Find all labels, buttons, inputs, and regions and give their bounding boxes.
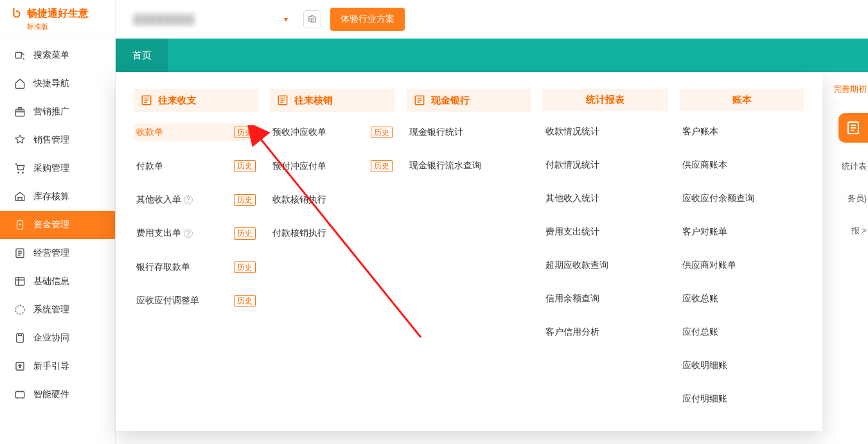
mega-col-header: 账本	[680, 89, 804, 111]
mega-item[interactable]: 应收总账	[680, 290, 804, 308]
mega-item[interactable]: 其他收入单 ?历史	[134, 191, 258, 209]
mega-item[interactable]: 应付明细账	[680, 390, 804, 408]
brand-mark-icon	[9, 6, 23, 21]
svg-point-8	[311, 18, 314, 21]
mega-item[interactable]: 其他收入统计	[543, 190, 668, 208]
mega-item[interactable]: 现金银行流水查询	[407, 157, 531, 175]
cta-button[interactable]: 体验行业方案	[330, 8, 405, 31]
history-tag[interactable]: 历史	[234, 227, 256, 239]
mega-item[interactable]: 应收应付调整单历史	[134, 292, 258, 310]
mega-item-label: 客户账本	[682, 126, 718, 138]
mega-item[interactable]: 付款单历史	[134, 157, 258, 175]
history-tag[interactable]: 历史	[371, 160, 393, 172]
sidebar-item-4[interactable]: 采购管理	[0, 154, 115, 182]
receipt-icon	[276, 94, 289, 107]
mega-item-label: 客户对账单	[682, 226, 727, 238]
sidebar-item-7[interactable]: 经营管理	[0, 239, 115, 267]
right-rail-text-2: 统计表	[840, 158, 868, 175]
mega-item-label: 超期应收款查询	[545, 260, 608, 271]
history-tag[interactable]: 历史	[234, 127, 256, 138]
mega-item[interactable]: 超期应收款查询	[543, 256, 668, 274]
sidebar-item-11[interactable]: 新手引导	[0, 352, 115, 380]
mega-item[interactable]: 应收明细账	[680, 357, 804, 375]
svg-rect-6	[16, 362, 24, 370]
sidebar-item-12[interactable]: 智能硬件	[0, 380, 115, 409]
sidebar-item-icon	[14, 304, 26, 315]
mega-col-items: 客户账本供应商账本应收应付余额查询客户对账单供应商对账单应收总账应付总账应收明细…	[680, 123, 804, 408]
mega-item[interactable]: 应收应付余额查询	[680, 190, 804, 208]
mega-col-header: 往来核销	[270, 89, 394, 112]
sidebar-item-8[interactable]: 基础信息	[0, 267, 115, 296]
history-tag[interactable]: 历史	[234, 160, 256, 172]
org-name: ████████	[134, 14, 195, 24]
mega-item[interactable]: 预付冲应付单历史	[270, 157, 394, 175]
mega-col-wanglai-hexiao: 往来核销预收冲应收单历史预付冲应付单历史收款核销执行付款核销执行	[270, 89, 394, 408]
mega-item[interactable]: 应付总账	[680, 323, 804, 341]
org-select[interactable]: ████████ ▾	[127, 10, 294, 28]
sidebar-item-icon	[14, 360, 26, 372]
mega-col-header: 统计报表	[543, 89, 668, 111]
mega-item[interactable]: 费用支出统计	[543, 223, 668, 241]
mega-col-title: 往来核销	[294, 94, 333, 107]
right-rail-link-1[interactable]: 完善期初	[832, 81, 868, 98]
mega-item[interactable]: 客户对账单	[680, 223, 804, 241]
svg-rect-5	[17, 333, 24, 342]
mega-item[interactable]: 银行存取款单历史	[134, 258, 258, 276]
mega-item[interactable]: 供应商对账单	[680, 256, 804, 274]
mega-item[interactable]: 付款核销执行	[270, 224, 394, 242]
mega-item[interactable]: 客户信用分析	[543, 323, 668, 341]
mega-item-label: 信用余额查询	[545, 293, 599, 305]
mega-col-title: 统计报表	[586, 94, 624, 106]
mega-col-items: 现金银行统计现金银行流水查询	[407, 123, 531, 175]
mega-item-label: 应收明细账	[682, 360, 727, 371]
mega-col-tongji-baobiao: 统计报表收款情况统计付款情况统计其他收入统计费用支出统计超期应收款查询信用余额查…	[543, 89, 668, 408]
brand-name: 畅捷通好生意	[27, 7, 89, 21]
mega-item[interactable]: 收款单历史	[134, 123, 258, 141]
history-tag[interactable]: 历史	[234, 194, 256, 206]
mega-item[interactable]: 现金银行统计	[407, 123, 531, 141]
mega-item[interactable]: 费用支出单 ?历史	[134, 224, 258, 242]
right-rail-icon[interactable]	[838, 113, 868, 143]
mega-item[interactable]: 信用余额查询	[543, 290, 668, 308]
sidebar-item-1[interactable]: 快捷导航	[0, 69, 115, 98]
svg-rect-1	[15, 110, 24, 116]
sidebar-item-label: 营销推广	[33, 106, 69, 118]
svg-point-4	[15, 305, 24, 314]
sidebar-item-label: 采购管理	[33, 163, 69, 174]
sidebar-item-2[interactable]: 营销推广	[0, 98, 115, 126]
mega-item[interactable]: 收款情况统计	[543, 123, 668, 141]
sidebar-item-label: 快捷导航	[33, 78, 69, 89]
mega-item-label: 其他收入单 ?	[136, 194, 193, 206]
chevron-down-icon: ▾	[284, 15, 288, 24]
sidebar-item-10[interactable]: 企业协同	[0, 324, 115, 352]
brand-edition: 标准版	[27, 22, 106, 31]
history-tag[interactable]: 历史	[371, 127, 393, 138]
mega-item-label: 应付明细账	[682, 393, 727, 405]
help-icon: ?	[184, 195, 193, 204]
mega-item-label: 预收冲应收单	[272, 127, 326, 138]
sidebar-item-5[interactable]: 库存核算	[0, 182, 115, 211]
mega-item[interactable]: 收款核销执行	[270, 191, 394, 209]
mega-item[interactable]: 付款情况统计	[543, 156, 668, 174]
history-tag[interactable]: 历史	[234, 262, 256, 273]
mega-item[interactable]: 客户账本	[680, 123, 804, 141]
mega-col-zhangben: 账本客户账本供应商账本应收应付余额查询客户对账单供应商对账单应收总账应付总账应收…	[680, 89, 804, 408]
history-tag[interactable]: 历史	[234, 295, 256, 306]
sidebar-item-9[interactable]: 系统管理	[0, 296, 115, 324]
gear-icon	[307, 14, 317, 24]
sidebar-item-6[interactable]: 资金管理	[0, 211, 115, 239]
mega-item-label: 付款核销执行	[272, 227, 326, 239]
mega-item[interactable]: 供应商账本	[680, 156, 804, 174]
tab-0[interactable]: 首页	[116, 39, 168, 72]
sidebar-item-3[interactable]: 销售管理	[0, 126, 115, 154]
mega-col-items: 收款情况统计付款情况统计其他收入统计费用支出统计超期应收款查询信用余额查询客户信…	[543, 123, 668, 341]
mega-item[interactable]: 预收冲应收单历史	[270, 123, 394, 141]
receipt-icon	[140, 94, 153, 107]
mega-col-header: 往来收支	[134, 89, 258, 112]
mega-col-wanglai-shouzhi: 往来收支收款单历史付款单历史其他收入单 ?历史费用支出单 ?历史银行存取款单历史…	[134, 89, 258, 408]
sidebar-item-icon	[14, 389, 26, 400]
right-rail-link-4[interactable]: 报 >	[850, 222, 868, 239]
sidebar-item-label: 企业协同	[33, 332, 69, 344]
sidebar-item-0[interactable]: 搜索菜单	[0, 41, 115, 69]
settings-button[interactable]	[303, 10, 321, 28]
